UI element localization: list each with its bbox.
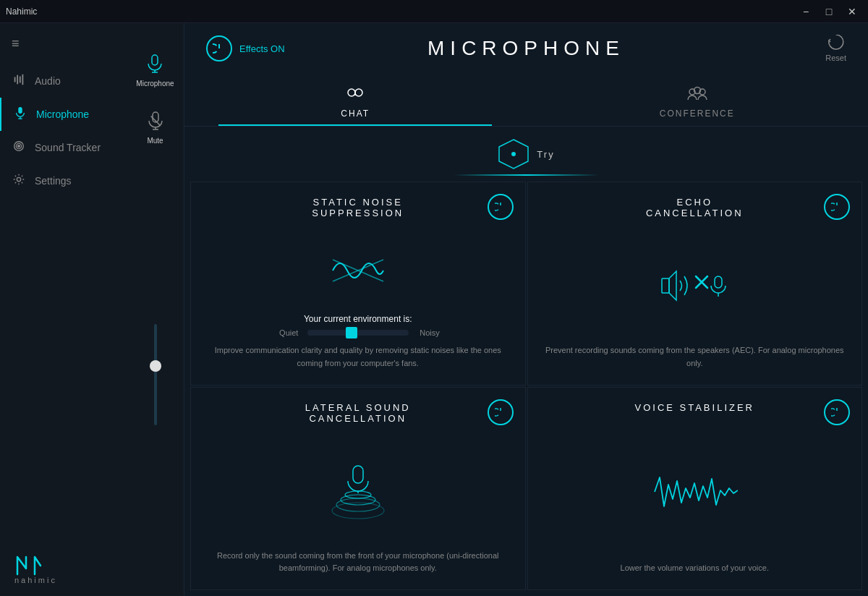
titlebar: Nahimic − □ ✕ (0, 0, 868, 23)
power-button[interactable] (206, 35, 232, 61)
maximize-button[interactable]: □ (819, 4, 839, 19)
lateral-title: LATERAL SOUND CANCELLATION (205, 402, 511, 424)
sidebar-label-settings: Settings (35, 175, 72, 187)
try-section: Try (184, 127, 868, 176)
tab-chat[interactable]: CHAT (184, 74, 527, 126)
noise-level: Your current environment is: Quiet Noisy (205, 314, 511, 337)
sound-tracker-icon (12, 140, 26, 156)
svg-marker-24 (669, 271, 676, 300)
voice-stab-desc: Lower the volume variations of your voic… (542, 562, 848, 575)
static-noise-icon-area (205, 227, 511, 314)
card-voice-stabilizer: VOICE STABILIZER Lower the volume variat… (527, 387, 863, 591)
voice-stabilizer-icon (651, 470, 738, 514)
close-button[interactable]: ✕ (842, 4, 862, 19)
sub-item-microphone[interactable]: Microphone (136, 45, 174, 96)
sub-mute-label: Mute (147, 137, 163, 145)
settings-icon (12, 173, 26, 189)
static-noise-toggle[interactable] (488, 194, 514, 220)
effects-toggle[interactable]: Effects ON (206, 35, 285, 61)
sidebar-label-microphone: Microphone (36, 108, 89, 120)
tab-conference[interactable]: CONFERENCE (527, 74, 869, 126)
sub-mute-icon (145, 111, 166, 132)
quiet-label: Quiet (276, 328, 302, 337)
chat-tab-icon (344, 82, 366, 104)
cards-grid: STATIC NOISE SUPPRESSION (184, 176, 868, 596)
sidebar-label-sound-tracker: Sound Tracker (35, 142, 101, 153)
sub-sidebar: Microphone Mute (127, 23, 184, 596)
svg-rect-27 (715, 276, 722, 288)
sidebar-label-audio: Audio (35, 75, 61, 87)
noise-thumb (346, 327, 357, 339)
tab-chat-label: CHAT (341, 108, 370, 119)
svg-rect-29 (353, 466, 363, 483)
echo-desc: Prevent recording sounds coming from the… (542, 344, 848, 370)
audio-icon (12, 73, 26, 89)
echo-toggle[interactable] (824, 194, 850, 220)
voice-stab-icon-area (542, 422, 848, 563)
volume-slider[interactable] (154, 324, 157, 425)
effects-label: Effects ON (239, 43, 285, 54)
voice-stab-toggle[interactable] (824, 399, 850, 425)
app-title: Nahimic (6, 7, 37, 17)
card-static-noise: STATIC NOISE SUPPRESSION (190, 182, 526, 386)
lateral-sound-icon (329, 462, 387, 520)
main-header: Effects ON MICROPHONE Reset (184, 23, 868, 74)
svg-rect-7 (152, 55, 158, 65)
try-hex-container (498, 138, 529, 170)
noise-env-label: Your current environment is: (205, 314, 511, 324)
lateral-desc: Record only the sound coming from the fr… (205, 550, 511, 575)
svg-point-6 (17, 177, 20, 181)
svg-point-14 (355, 89, 362, 96)
echo-cancellation-icon (658, 260, 731, 311)
logo-text: nahimic (14, 576, 57, 584)
microphone-sidebar-icon (13, 106, 27, 122)
hamburger-icon[interactable]: ≡ (0, 29, 127, 59)
try-hexagon-icon (498, 138, 529, 170)
tab-conference-label: CONFERENCE (660, 108, 735, 119)
main-content: Effects ON MICROPHONE Reset CHAT (184, 23, 868, 596)
minimize-button[interactable]: − (796, 4, 816, 19)
sidebar-item-sound-tracker[interactable]: Sound Tracker (0, 131, 127, 164)
noise-track[interactable] (307, 330, 409, 336)
lateral-toggle[interactable] (488, 399, 514, 425)
noisy-label: Noisy (414, 328, 440, 337)
volume-slider-container (154, 153, 157, 596)
try-button[interactable]: Try (498, 138, 554, 170)
static-noise-desc: Improve communication clarity and qualit… (205, 344, 511, 370)
sidebar: ≡ Audio Micro (0, 23, 127, 596)
svg-rect-23 (662, 278, 669, 293)
sidebar-item-audio[interactable]: Audio (0, 64, 127, 98)
try-underline (454, 174, 599, 176)
noise-slider-row: Quiet Noisy (205, 328, 511, 337)
svg-point-20 (511, 152, 516, 156)
tabs-bar: CHAT CONFERENCE (184, 74, 868, 127)
echo-title: ECHO CANCELLATION (542, 197, 848, 218)
app-body: ≡ Audio Micro (0, 23, 868, 596)
static-noise-title: STATIC NOISE SUPPRESSION (205, 197, 511, 218)
echo-icon-area (542, 227, 848, 344)
sub-microphone-icon (145, 54, 165, 75)
sidebar-item-microphone[interactable]: Microphone (0, 98, 127, 131)
page-title: MICROPHONE (427, 37, 625, 60)
card-echo: ECHO CANCELLATION (527, 182, 863, 386)
reset-label: Reset (825, 54, 846, 62)
sub-microphone-label: Microphone (136, 80, 174, 88)
try-label: Try (537, 149, 554, 160)
static-noise-wave-icon (329, 249, 387, 292)
voice-stab-title: VOICE STABILIZER (542, 402, 848, 413)
sub-item-mute[interactable]: Mute (145, 102, 166, 153)
sidebar-item-settings[interactable]: Settings (0, 164, 127, 197)
conference-tab-icon (686, 82, 708, 104)
nahimic-logo: nahimic (0, 542, 127, 596)
reset-button[interactable]: Reset (825, 35, 846, 62)
sidebar-nav: Audio Microphone (0, 59, 127, 542)
card-lateral: LATERAL SOUND CANCELLATION (190, 387, 526, 591)
window-controls: − □ ✕ (796, 4, 862, 19)
svg-rect-0 (18, 107, 22, 114)
lateral-icon-area (205, 433, 511, 550)
svg-point-5 (18, 145, 20, 148)
logo-icon (14, 554, 43, 576)
svg-point-13 (348, 89, 355, 96)
